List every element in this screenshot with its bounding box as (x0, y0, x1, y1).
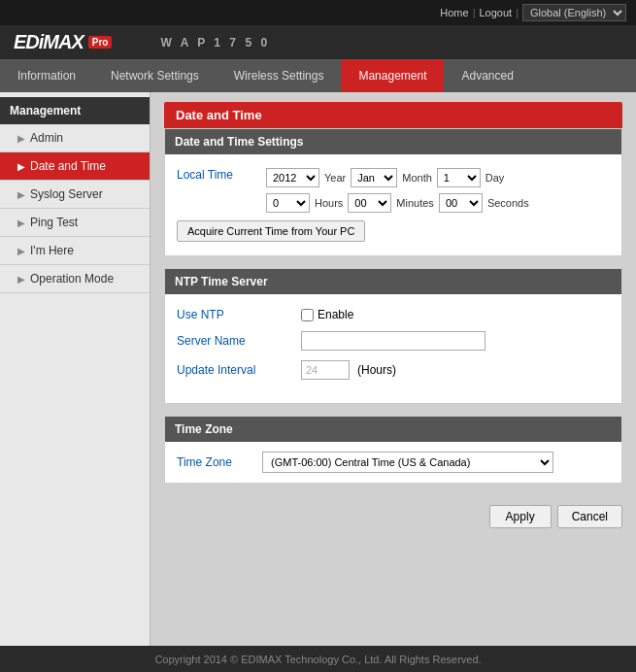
datetime-settings-box: Date and Time Settings Local Time 2012 2… (164, 128, 622, 256)
device-name: W A P 1 7 5 0 (160, 36, 270, 50)
sidebar-item-syslog[interactable]: ▶ Syslog Server (0, 181, 150, 209)
arrow-icon-ping: ▶ (17, 218, 25, 228)
nav-wireless-settings[interactable]: Wireless Settings (217, 59, 342, 92)
language-select[interactable]: Global (English) (522, 4, 626, 21)
cancel-button[interactable]: Cancel (557, 505, 622, 528)
sidebar-item-ping[interactable]: ▶ Ping Test (0, 209, 150, 237)
logo-text: EDiMAX (14, 31, 84, 53)
datetime-section-header: Date and Time Settings (165, 129, 621, 154)
logout-link[interactable]: Logout (479, 7, 512, 18)
second-select[interactable]: 000510 (439, 193, 483, 213)
ntp-section-body: Use NTP Enable Server Name Update Interv… (165, 294, 621, 403)
sidebar-header: Management (0, 97, 150, 124)
sidebar-item-admin[interactable]: ▶ Admin (0, 124, 150, 152)
action-row: Apply Cancel (164, 495, 622, 532)
main-layout: Management ▶ Admin ▶ Date and Time ▶ Sys… (0, 92, 636, 646)
sidebar-item-date-time[interactable]: ▶ Date and Time (0, 152, 150, 181)
timezone-box: Time Zone Time Zone (GMT-06:00) Central … (164, 416, 622, 484)
footer: Copyright 2014 © EDIMAX Technology Co., … (0, 646, 636, 672)
hour-select[interactable]: 012 (266, 193, 310, 213)
sidebar-item-imhere[interactable]: ▶ I'm Here (0, 237, 150, 265)
acquire-time-button[interactable]: Acquire Current Time from Your PC (177, 220, 365, 242)
nav-bar: Information Network Settings Wireless Se… (0, 59, 636, 92)
day-label: Day (485, 172, 505, 184)
sidebar-ping-label: Ping Test (30, 216, 78, 229)
footer-text: Copyright 2014 © EDIMAX Technology Co., … (154, 654, 481, 665)
update-interval-label: Update Interval (177, 363, 293, 377)
sidebar: Management ▶ Admin ▶ Date and Time ▶ Sys… (0, 92, 151, 646)
nav-advanced[interactable]: Advanced (444, 59, 530, 92)
day-select[interactable]: 123 456 7 (437, 168, 481, 187)
year-select[interactable]: 2012 2013 2014 (266, 168, 319, 187)
hours-unit-label: (Hours) (357, 363, 396, 377)
enable-checkbox-group: Enable (301, 308, 353, 321)
timezone-label: Time Zone (177, 455, 254, 469)
timezone-row: Time Zone (GMT-06:00) Central Time (US &… (165, 442, 621, 483)
home-link[interactable]: Home (440, 7, 468, 18)
sidebar-syslog-label: Syslog Server (30, 187, 103, 201)
server-name-row: Server Name (177, 331, 610, 351)
nav-information[interactable]: Information (0, 59, 93, 92)
sidebar-date-time-label: Date and Time (30, 159, 106, 173)
sep1: | (473, 7, 476, 18)
datetime-fields: 2012 2013 2014 Year JanFebMar AprMayJun … (266, 168, 529, 213)
arrow-icon-imhere: ▶ (17, 246, 25, 256)
sep2: | (516, 7, 519, 18)
enable-label: Enable (318, 308, 353, 321)
seconds-label: Seconds (487, 197, 529, 209)
hours-label: Hours (315, 197, 343, 209)
month-label: Month (402, 172, 432, 184)
arrow-icon: ▶ (17, 133, 25, 144)
update-interval-input[interactable] (301, 360, 350, 380)
nav-network-settings[interactable]: Network Settings (93, 59, 217, 92)
enable-ntp-checkbox[interactable] (301, 309, 314, 321)
page-title: Date and Time (164, 102, 622, 128)
ntp-settings-box: NTP Time Server Use NTP Enable Server Na… (164, 268, 622, 404)
minutes-label: Minutes (396, 197, 434, 209)
pro-badge: Pro (88, 36, 113, 49)
datetime-section-body: Local Time 2012 2013 2014 Year JanFebMar (165, 154, 621, 255)
ntp-section-header: NTP Time Server (165, 269, 621, 294)
minute-select[interactable]: 000510 (348, 193, 391, 213)
time-row: 012 Hours 000510 Minutes 000510 Seconds (266, 193, 529, 213)
logo-bar: EDiMAX Pro W A P 1 7 5 0 (0, 25, 636, 59)
timezone-select[interactable]: (GMT-06:00) Central Time (US & Canada) (… (262, 452, 553, 473)
sidebar-imhere-label: I'm Here (30, 244, 74, 257)
server-name-label: Server Name (177, 334, 293, 348)
content-area: Date and Time Date and Time Settings Loc… (151, 92, 636, 646)
local-time-label: Local Time (177, 168, 254, 182)
month-select[interactable]: JanFebMar AprMayJun JulAugSep OctNovDec (351, 168, 397, 187)
arrow-icon-opmode: ▶ (17, 274, 25, 285)
sidebar-admin-label: Admin (30, 131, 63, 145)
nav-management[interactable]: Management (341, 59, 444, 92)
year-label: Year (324, 172, 346, 184)
timezone-section-header: Time Zone (165, 417, 621, 442)
top-bar: Home | Logout | Global (English) (0, 0, 636, 25)
arrow-icon-syslog: ▶ (17, 189, 25, 200)
use-ntp-label: Use NTP (177, 308, 293, 321)
update-interval-row: Update Interval (Hours) (177, 360, 610, 380)
server-name-input[interactable] (301, 331, 485, 351)
use-ntp-row: Use NTP Enable (177, 308, 610, 321)
sidebar-opmode-label: Operation Mode (30, 272, 114, 286)
sidebar-item-opmode[interactable]: ▶ Operation Mode (0, 265, 150, 293)
logo: EDiMAX Pro (14, 31, 112, 53)
date-row: 2012 2013 2014 Year JanFebMar AprMayJun … (266, 168, 529, 187)
apply-button[interactable]: Apply (489, 505, 552, 528)
arrow-icon-active: ▶ (17, 161, 25, 172)
